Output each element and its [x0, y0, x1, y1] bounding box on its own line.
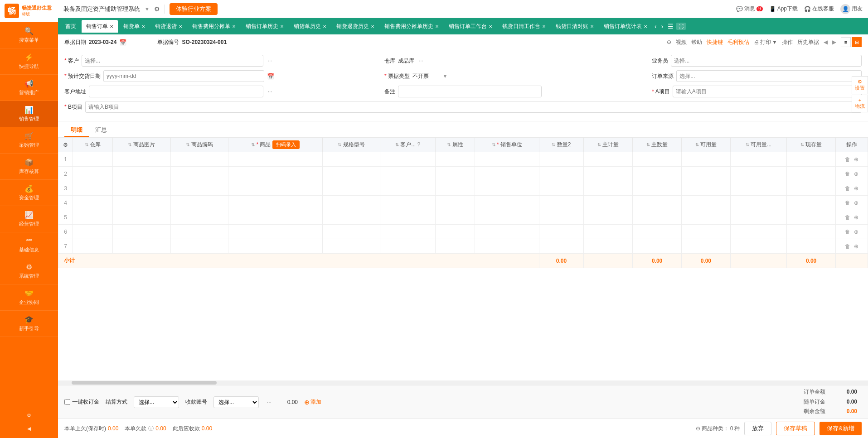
online-service-item[interactable]: 🎧 在线客服 [804, 5, 834, 13]
row-available[interactable] [681, 152, 730, 167]
row-main-qty[interactable] [633, 181, 682, 196]
message-item[interactable]: 💬 消息 9 [736, 5, 763, 13]
account-more-icon[interactable]: ··· [265, 399, 273, 405]
sidebar-item-marketing[interactable]: 📢 营销推广 [0, 75, 58, 101]
row-product[interactable] [228, 181, 322, 196]
delete-icon[interactable]: 🗑 [845, 171, 850, 177]
row-spec[interactable] [322, 167, 380, 181]
delete-icon[interactable]: 🗑 [845, 200, 850, 206]
settings-float-btn[interactable]: ⚙ 设置 [852, 76, 868, 94]
tab-daily-workbench[interactable]: 钱货日清工作台 ✕ [498, 20, 550, 33]
tab-slip-history[interactable]: 销货单历史 ✕ [289, 20, 331, 33]
account-select[interactable]: 选择... [213, 396, 259, 408]
sidebar-settings-btn[interactable]: ⚙ [0, 410, 58, 421]
row-attr[interactable] [435, 196, 475, 210]
tab-close-icon[interactable]: ✕ [542, 24, 546, 29]
row-customer-code[interactable] [380, 225, 435, 239]
user-item[interactable]: 👤 用友 [840, 4, 863, 14]
b-project-input[interactable] [85, 101, 862, 113]
row-image[interactable] [112, 239, 170, 254]
tab-home[interactable]: 首页 [61, 20, 81, 33]
row-image[interactable] [112, 225, 170, 239]
col-qty2[interactable]: ⇅ 数量2 [539, 138, 584, 152]
row-code[interactable] [170, 225, 228, 239]
row-attr[interactable] [435, 225, 475, 239]
horizontal-scrollbar[interactable] [58, 380, 868, 385]
row-spec[interactable] [322, 181, 380, 196]
row-available2[interactable] [730, 239, 787, 254]
sidebar-item-enterprise[interactable]: 🤝 企业协同 [0, 284, 58, 311]
row-action[interactable]: 🗑 ⊕ [835, 167, 868, 181]
copy-icon[interactable]: ⊕ [854, 243, 858, 250]
row-unit[interactable] [475, 225, 539, 239]
settings-gear-icon[interactable]: ⚙ [154, 5, 160, 13]
logistics-float-btn[interactable]: + 物流 [852, 95, 868, 112]
row-image[interactable] [112, 167, 170, 181]
row-main-qty[interactable] [633, 210, 682, 225]
sidebar-item-sales[interactable]: 📊 销售管理 [0, 101, 58, 127]
row-available2[interactable] [730, 225, 787, 239]
tab-close-icon[interactable]: ✕ [489, 24, 492, 29]
view-button[interactable]: 视频 [676, 39, 687, 46]
row-image[interactable] [112, 196, 170, 210]
tab-close-icon[interactable]: ✕ [232, 24, 236, 29]
row-action[interactable]: 🗑 ⊕ [835, 152, 868, 167]
row-spec[interactable] [322, 210, 380, 225]
copy-icon[interactable]: ⊕ [854, 156, 858, 163]
row-product[interactable] [228, 152, 322, 167]
profit-button[interactable]: 毛利预估 [727, 39, 749, 46]
row-qty2[interactable] [539, 225, 584, 239]
row-image[interactable] [112, 181, 170, 196]
row-code[interactable] [170, 239, 228, 254]
col-spec[interactable]: ⇅ 规格型号 [322, 138, 380, 152]
col-available2[interactable]: ⇅ 可用量... [730, 138, 787, 152]
copy-icon[interactable]: ⊕ [854, 229, 858, 235]
tab-expense-split[interactable]: 销售费用分摊单 ✕ [188, 20, 240, 33]
row-qty2[interactable] [539, 181, 584, 196]
row-unit[interactable] [475, 167, 539, 181]
next-record-icon[interactable]: ▶ [832, 39, 836, 45]
row-main-qty[interactable] [633, 239, 682, 254]
copy-icon[interactable]: ⊕ [854, 200, 858, 206]
row-current[interactable] [787, 225, 836, 239]
scroll-thumb[interactable] [72, 381, 217, 385]
row-code[interactable] [170, 196, 228, 210]
row-product[interactable] [228, 196, 322, 210]
copy-icon[interactable]: ⊕ [854, 171, 858, 177]
row-code[interactable] [170, 181, 228, 196]
row-available[interactable] [681, 196, 730, 210]
delivery-input[interactable] [103, 70, 264, 82]
row-main-unit[interactable] [584, 181, 633, 196]
tab-close-icon[interactable]: ✕ [141, 24, 145, 29]
row-customer-code[interactable] [380, 152, 435, 167]
tab-close-icon[interactable]: ✕ [280, 24, 284, 29]
list-view-btn[interactable]: ≡ [841, 37, 851, 47]
payment-amount[interactable]: 0.00 [280, 399, 298, 405]
tab-expand-icon[interactable]: ⛶ [676, 23, 686, 30]
row-main-unit[interactable] [584, 167, 633, 181]
grid-view-btn[interactable]: ⊞ [852, 37, 862, 47]
row-code[interactable] [170, 210, 228, 225]
scan-button[interactable]: 扫码录入 [272, 140, 300, 149]
date-calendar-icon[interactable]: 📅 [119, 39, 126, 46]
row-spec[interactable] [322, 239, 380, 254]
row-available2[interactable] [730, 210, 787, 225]
sidebar-item-guide[interactable]: 🎓 新手引导 [0, 311, 58, 337]
col-main-qty[interactable]: ⇅ 主数量 [633, 138, 682, 152]
row-available[interactable] [681, 210, 730, 225]
row-main-qty[interactable] [633, 196, 682, 210]
row-available2[interactable] [730, 152, 787, 167]
operate-button[interactable]: 操作 [782, 39, 793, 46]
col-attr[interactable]: ⇅ 属性 [435, 138, 475, 152]
row-attr[interactable] [435, 239, 475, 254]
customer-input[interactable] [82, 55, 263, 67]
col-setting[interactable]: ⚙ [58, 138, 73, 152]
customer-more-icon[interactable]: ··· [266, 58, 274, 64]
save-draft-button[interactable]: 保存草稿 [776, 422, 815, 435]
row-attr[interactable] [435, 181, 475, 196]
tab-summary[interactable]: 汇总 [89, 124, 113, 137]
staff-input[interactable] [671, 55, 862, 67]
code-value[interactable]: SO-20230324-001 [182, 39, 227, 45]
row-unit[interactable] [475, 181, 539, 196]
date-value[interactable]: 2023-03-24 [89, 39, 116, 45]
